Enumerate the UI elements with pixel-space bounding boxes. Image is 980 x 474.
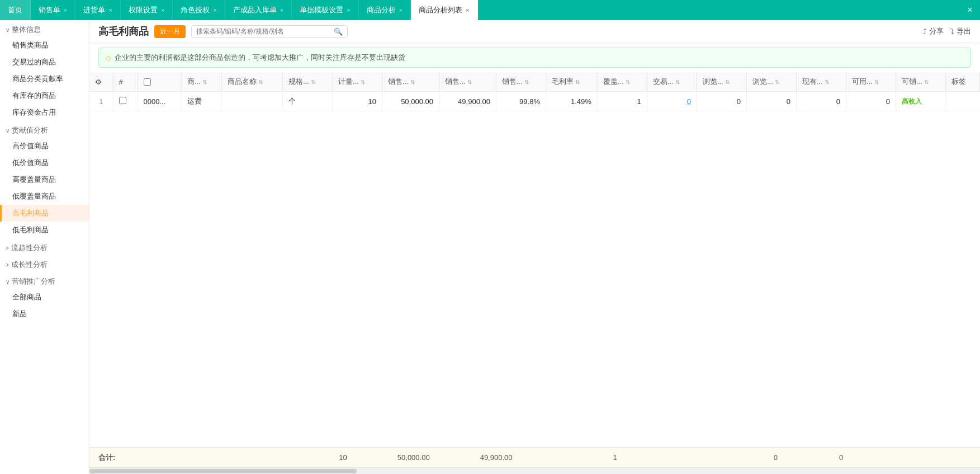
footer-trade-count: 1 <box>613 453 617 462</box>
sort-icon-browse1[interactable]: ⇅ <box>725 79 730 85</box>
table-col-settings[interactable]: ⚙ <box>89 72 113 92</box>
sidebar-item-traded-goods[interactable]: 交易过的商品 <box>0 54 89 71</box>
table-col-sellable[interactable]: 可销...⇅ <box>896 72 946 92</box>
table-col-label-trade-count: 交易... <box>653 77 674 87</box>
sort-icon-sales-qty[interactable]: ⇅ <box>410 79 415 85</box>
table-col-sales-amount[interactable]: 销售...⇅ <box>439 72 496 92</box>
sidebar-item-new-goods[interactable]: 新品 <box>0 306 89 322</box>
sidebar-group-growth-analysis[interactable]: >成长性分析 <box>0 255 89 272</box>
sort-icon-gross-margin[interactable]: ⇅ <box>575 79 580 85</box>
nav-tab-close-permission-settings[interactable]: × <box>161 7 164 13</box>
nav-tab-product-analysis-list[interactable]: 商品分析列表 × <box>411 0 477 20</box>
table-col-trade-count[interactable]: 交易...⇅ <box>647 72 697 92</box>
nav-tab-permission-settings[interactable]: 权限设置 × <box>121 0 173 20</box>
page-title: 高毛利商品 <box>98 25 149 38</box>
search-box: 🔍 <box>191 25 348 38</box>
table-row[interactable]: 10000...运费个1050,000.0049,900.0099.8%1.49… <box>89 92 980 111</box>
sort-icon-code[interactable]: ⇅ <box>202 79 207 85</box>
sidebar-group-trend-analysis[interactable]: >流趋性分析 <box>0 238 89 255</box>
table-col-label-spec: 规格... <box>288 77 309 87</box>
row-checkbox[interactable] <box>119 97 126 104</box>
nav-tab-close-product-warehouse[interactable]: × <box>280 7 283 13</box>
sidebar-item-high-freq-goods[interactable]: 高覆盖量商品 <box>0 171 89 188</box>
nav-tab-label-purchase-order: 进货单 <box>83 5 105 15</box>
nav-tab-product-warehouse[interactable]: 产成品入库单 × <box>225 0 292 20</box>
sort-icon-current-stock[interactable]: ⇅ <box>825 79 829 85</box>
bottom-scrollbar[interactable] <box>89 467 980 474</box>
table-col-browse2[interactable]: 浏览...⇅ <box>746 72 796 92</box>
window-close-button[interactable]: × <box>960 0 980 20</box>
filter-recent-month-button[interactable]: 近一月 <box>154 25 186 38</box>
info-icon: ◇ <box>106 54 111 62</box>
table-cell-current-stock: 0 <box>746 92 796 111</box>
footer-available: 0 <box>839 453 843 462</box>
sort-icon-coverage[interactable]: ⇅ <box>626 79 630 85</box>
nav-tab-purchase-order[interactable]: 进货单 × <box>75 0 120 20</box>
nav-tab-home[interactable]: 首页 <box>0 0 31 20</box>
sort-icon-sales-cost[interactable]: ⇅ <box>524 79 529 85</box>
sidebar-item-goods-contrib-rate[interactable]: 商品分类贡献率 <box>0 71 89 87</box>
nav-tab-close-role-permission[interactable]: × <box>213 7 216 13</box>
table-col-sales-cost[interactable]: 销售...⇅ <box>496 72 546 92</box>
sidebar-item-sales-goods[interactable]: 销售类商品 <box>0 37 89 54</box>
nav-tab-close-sales-order[interactable]: × <box>64 7 67 13</box>
table-cell-checkbox[interactable] <box>113 92 138 111</box>
table-col-spec[interactable]: 规格...⇅ <box>282 72 332 92</box>
sidebar-group-label-text-growth-analysis: 成长性分析 <box>11 260 48 270</box>
nav-tab-close-product-analysis[interactable]: × <box>399 7 403 13</box>
footer-current-stock: 0 <box>774 453 778 462</box>
nav-tab-product-analysis[interactable]: 商品分析 × <box>359 0 411 20</box>
sidebar-item-stock-fund-occupation[interactable]: 库存资金占用 <box>0 104 89 121</box>
sidebar-item-high-margin-goods[interactable]: 高毛利商品 <box>0 205 89 222</box>
nav-tab-close-purchase-order[interactable]: × <box>108 7 112 13</box>
sidebar-item-high-value-goods[interactable]: 高价值商品 <box>0 138 89 154</box>
table-col-row-num: # <box>113 72 138 92</box>
nav-tab-bill-template[interactable]: 单据模板设置 × <box>292 0 358 20</box>
sidebar-group-label-text-trend-analysis: 流趋性分析 <box>11 243 48 253</box>
table-cell-available: 0 <box>796 92 846 111</box>
sidebar-group-marketing-analysis[interactable]: ∨营销推广分析 <box>0 272 89 289</box>
table-cell-browse1[interactable]: 0 <box>647 92 697 111</box>
table-col-current-stock[interactable]: 现有...⇅ <box>796 72 846 92</box>
nav-tab-role-permission[interactable]: 角色授权 × <box>173 0 225 20</box>
sidebar-item-all-goods[interactable]: 全部商品 <box>0 289 89 306</box>
sort-icon-trade-count[interactable]: ⇅ <box>675 79 680 85</box>
sort-icon-sales-amount[interactable]: ⇅ <box>467 79 472 85</box>
table-col-available[interactable]: 可用...⇅ <box>846 72 896 92</box>
sort-icon-browse2[interactable]: ⇅ <box>775 79 779 85</box>
footer-sales-amount: 50,000.00 <box>397 453 430 462</box>
table-col-unit[interactable]: 计量...⇅ <box>332 72 382 92</box>
sidebar-item-low-margin-goods[interactable]: 低毛利商品 <box>0 222 89 238</box>
table-col-sales-qty[interactable]: 销售...⇅ <box>382 72 439 92</box>
table-col-code[interactable]: 商...⇅ <box>182 72 222 92</box>
nav-tab-close-bill-template[interactable]: × <box>347 7 350 13</box>
sidebar-group-overall-info[interactable]: ∨整体信息 <box>0 20 89 37</box>
sort-icon-available[interactable]: ⇅ <box>874 79 879 85</box>
table-col-coverage[interactable]: 覆盖...⇅ <box>597 72 647 92</box>
nav-tab-sales-order[interactable]: 销售单 × <box>31 0 75 20</box>
table-cell-sellable: 0 <box>846 92 896 111</box>
sort-icon-name[interactable]: ⇅ <box>258 79 263 85</box>
export-button[interactable]: ⤵ 导出 <box>950 26 971 36</box>
sort-icon-unit[interactable]: ⇅ <box>361 79 365 85</box>
table-col-name[interactable]: 商品名称⇅ <box>222 72 283 92</box>
select-all-checkbox[interactable] <box>144 78 151 86</box>
sort-icon-sellable[interactable]: ⇅ <box>924 79 929 85</box>
settings-icon[interactable]: ⚙ <box>95 78 102 86</box>
search-input[interactable] <box>196 27 330 35</box>
nav-tab-close-product-analysis-list[interactable]: × <box>466 7 469 13</box>
search-icon[interactable]: 🔍 <box>334 27 343 36</box>
table-col-browse1[interactable]: 浏览...⇅ <box>697 72 746 92</box>
info-banner: ◇ 企业的主要的利润都是这部分商品创造的，可考虑加大推广，同时关注库存是不要出现… <box>98 48 971 68</box>
sort-icon-spec[interactable]: ⇅ <box>311 79 315 85</box>
sidebar-item-in-stock-goods[interactable]: 有库存的商品 <box>0 87 89 104</box>
table-col-label-sales-qty: 销售... <box>388 77 409 87</box>
sidebar-item-low-freq-goods[interactable]: 低覆盖量商品 <box>0 188 89 205</box>
sidebar-item-low-value-goods[interactable]: 低价值商品 <box>0 154 89 171</box>
nav-tab-label-role-permission: 角色授权 <box>181 5 210 15</box>
footer-label: 合计: <box>98 453 115 463</box>
table-col-gross-margin[interactable]: 毛利率⇅ <box>546 72 597 92</box>
sidebar-group-bc-analysis[interactable]: ∨贡献值分析 <box>0 121 89 138</box>
table-col-label-sales-amount: 销售... <box>445 77 466 87</box>
share-button[interactable]: ⤴ 分享 <box>923 26 944 36</box>
